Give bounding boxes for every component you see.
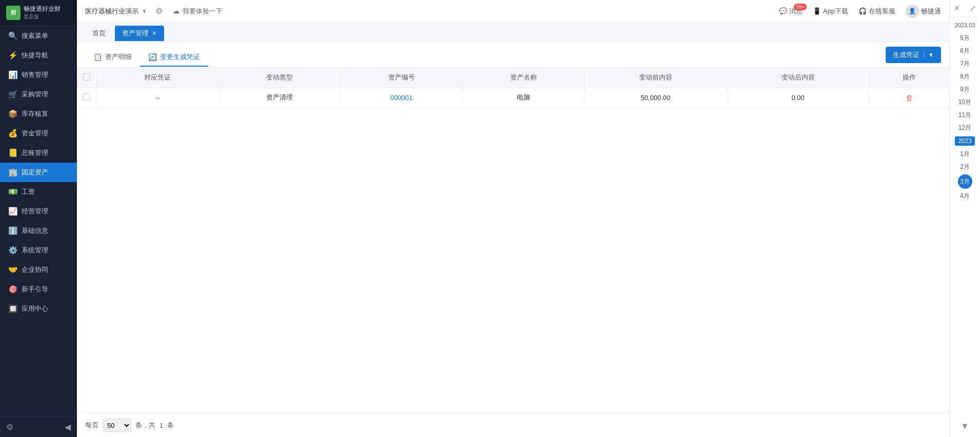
sidebar-item-inventory[interactable]: 📦库存核算 [0, 104, 77, 124]
user-menu[interactable]: 👤 畅捷通 [906, 5, 941, 18]
pagination-unit: 条 [167, 421, 174, 430]
pagination-total: 1 [159, 422, 163, 429]
sidebar-item-fixed-assets[interactable]: 🏢固定资产 [0, 163, 77, 182]
subtab-asset-detail[interactable]: 📋资产明细 [85, 48, 140, 67]
settings-icon[interactable]: ⚙ [6, 422, 13, 432]
month-item-1月[interactable]: 1月 [952, 148, 978, 161]
generate-voucher-button[interactable]: 生成凭证▼ [886, 47, 941, 63]
month-item-11月[interactable]: 11月 [952, 109, 978, 122]
topbar: 医疗器械行业演示 ▼ ⚙ ☁ 我要体验一下 💬 消息 99+ 📱 App下载 🎧… [77, 0, 949, 23]
col-header-checkbox [77, 68, 97, 88]
cell-asset-number-0[interactable]: 000001 [341, 88, 463, 108]
purchase-icon: 🛒 [8, 90, 17, 99]
month-item-5月[interactable]: 5月 [952, 32, 978, 45]
guide-icon: 🎯 [8, 285, 17, 294]
logo-sub: 普及版 [24, 13, 61, 21]
collab-icon: 🤝 [8, 265, 17, 274]
col-header-asset-number: 资产编号 [341, 68, 463, 88]
sidebar-label-app-center: 应用中心 [22, 304, 48, 313]
sidebar-item-purchase[interactable]: 🛒采购管理 [0, 85, 77, 104]
col-header-after-change: 变动后内容 [727, 68, 869, 88]
month-item-7月[interactable]: 7月 [952, 57, 978, 70]
sidebar-item-guide[interactable]: 🎯新手引导 [0, 280, 77, 299]
sidebar-item-app-center[interactable]: 🔲应用中心 [0, 299, 77, 319]
search-icon: 🔍 [8, 31, 17, 41]
collapse-icon[interactable]: ◀ [65, 422, 71, 432]
experience-icon: ☁ [173, 7, 179, 15]
sidebar-item-quick-nav[interactable]: ⚡快捷导航 [0, 46, 77, 65]
sidebar-item-payroll[interactable]: 💵工资 [0, 182, 77, 202]
col-header-voucher: 对应凭证 [97, 68, 219, 88]
panel-header: ✕ ⤢ [952, 4, 978, 17]
month-item-9月[interactable]: 9月 [952, 83, 978, 96]
subtab-change-voucher[interactable]: 🔄变更生成凭证 [140, 48, 208, 67]
app-download-label: App下载 [823, 7, 848, 16]
subtab-label-asset-detail: 资产明细 [105, 52, 132, 62]
col-header-change-type: 变动类型 [218, 68, 341, 88]
cell-before-change-0: 50,000.00 [584, 88, 727, 108]
experience-link[interactable]: ☁ 我要体验一下 [173, 7, 223, 16]
asset-detail-icon: 📋 [93, 53, 102, 61]
panel-expand-icon[interactable]: ⤢ [970, 4, 976, 12]
online-service-btn[interactable]: 🎧 在线客服 [858, 7, 895, 16]
company-selector[interactable]: 医疗器械行业演示 ▼ [85, 7, 147, 16]
app-download-btn[interactable]: 📱 App下载 [813, 7, 848, 16]
sidebar-item-search[interactable]: 🔍搜索菜单 [0, 26, 77, 46]
tab-label-home: 首页 [92, 29, 106, 37]
subtabs: 📋资产明细🔄变更生成凭证生成凭证▼ [77, 42, 949, 68]
sidebar: 财 畅捷通好业财 普及版 🔍搜索菜单⚡快捷导航📊销售管理🛒采购管理📦库存核算💰资… [0, 0, 77, 437]
change-voucher-icon: 🔄 [148, 53, 157, 61]
page-size-select[interactable]: 102050100 [103, 419, 131, 432]
month-item-12月[interactable]: 12月 [952, 122, 978, 134]
tabbar: 首页资产管理✕ [77, 23, 949, 42]
month-item-4月[interactable]: 4月 [952, 190, 978, 203]
current-year-badge: 2023 [955, 136, 975, 146]
quick-nav-icon: ⚡ [8, 51, 17, 60]
row-checkbox-0[interactable] [83, 93, 90, 101]
sidebar-label-guide: 新手引导 [22, 285, 48, 294]
sidebar-item-funds[interactable]: 💰资金管理 [0, 124, 77, 143]
month-item-8月[interactable]: 8月 [952, 70, 978, 83]
sidebar-label-purchase: 采购管理 [22, 90, 48, 99]
dropdown-icon: ▼ [142, 8, 147, 14]
cell-voucher-0: -- [97, 88, 219, 108]
sidebar-item-system[interactable]: ⚙️系统管理 [0, 241, 77, 260]
sidebar-label-collab: 企业协同 [22, 265, 48, 274]
sidebar-item-operations[interactable]: 📈经营管理 [0, 202, 77, 221]
tab-label-asset-mgmt: 资产管理 [122, 29, 149, 37]
select-all-checkbox[interactable] [83, 73, 90, 81]
inventory-icon: 📦 [8, 109, 17, 118]
table-wrap[interactable]: 对应凭证变动类型资产编号资产名称变动前内容变动后内容操作 --资产清理00000… [77, 68, 949, 413]
month-item-10月[interactable]: 10月 [952, 96, 978, 109]
month-item-3月[interactable]: 3月 [958, 174, 972, 189]
panel-scroll-down[interactable]: ▼ [959, 420, 971, 433]
tab-home[interactable]: 首页 [85, 26, 113, 41]
message-btn[interactable]: 💬 消息 99+ [779, 7, 803, 16]
panel-close-icon[interactable]: ✕ [954, 4, 960, 12]
sidebar-label-system: 系统管理 [22, 246, 48, 255]
sidebar-item-ledger[interactable]: 📒总账管理 [0, 143, 77, 163]
experience-label: 我要体验一下 [183, 7, 223, 16]
month-item-6月[interactable]: 6月 [952, 45, 978, 57]
delete-icon-0[interactable]: 🗑 [906, 93, 913, 102]
payroll-icon: 💵 [8, 187, 17, 196]
app-center-icon: 🔲 [8, 304, 17, 313]
right-panel: ✕ ⤢ 2023.03 5月6月7月8月9月10月11月12月 2023 1月2… [949, 0, 980, 437]
sales-icon: 📊 [8, 70, 17, 80]
sidebar-label-ledger: 总账管理 [22, 148, 48, 157]
tab-asset-mgmt[interactable]: 资产管理✕ [115, 26, 164, 41]
cell-after-change-0: 0.00 [727, 88, 869, 108]
company-name: 医疗器械行业演示 [85, 7, 138, 16]
logo-text-block: 畅捷通好业财 普及版 [24, 5, 61, 21]
sidebar-item-basic-info[interactable]: ℹ️基础信息 [0, 221, 77, 241]
cell-asset-name-0: 电脑 [463, 88, 585, 108]
tab-close-asset-mgmt[interactable]: ✕ [152, 30, 157, 37]
online-service-label: 在线客服 [869, 7, 895, 16]
topbar-gear-icon[interactable]: ⚙ [155, 6, 163, 16]
basic-info-icon: ℹ️ [8, 226, 17, 235]
content-area: 📋资产明细🔄变更生成凭证生成凭证▼ 对应凭证变动类型资产编号资产名称变动前内容变… [77, 42, 949, 437]
system-icon: ⚙️ [8, 246, 17, 255]
sidebar-item-collab[interactable]: 🤝企业协同 [0, 260, 77, 280]
month-item-2月[interactable]: 2月 [952, 161, 978, 173]
sidebar-item-sales[interactable]: 📊销售管理 [0, 65, 77, 85]
